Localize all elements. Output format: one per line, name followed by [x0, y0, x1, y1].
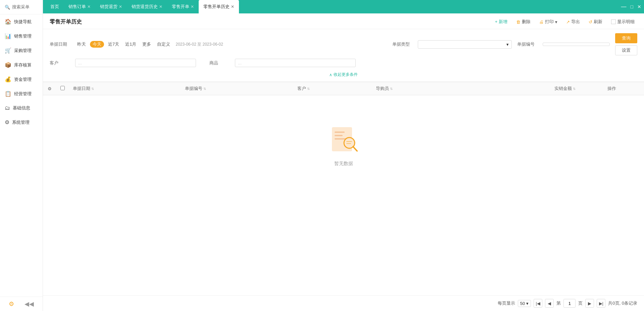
- sidebar: 🔍 搜索采单 🏠 快捷导航 📊 销售管理 🛒 采购管理 📦 库存核算 💰 资金管…: [0, 0, 43, 311]
- col-number-label: 单据编号: [185, 86, 202, 92]
- export-btn-label: 导出: [571, 19, 580, 25]
- date-opt-1month[interactable]: 近1月: [123, 41, 138, 48]
- date-opt-custom[interactable]: 自定义: [155, 41, 172, 48]
- select-all-checkbox[interactable]: [60, 86, 65, 90]
- sidebar-item-label: 资金管理: [14, 76, 32, 83]
- data-table: ⚙ 单据日期 ⇅ 单据编号: [43, 82, 644, 194]
- window-minimize-btn[interactable]: —: [621, 4, 627, 10]
- table-header-row: ⚙ 单据日期 ⇅ 单据编号: [43, 82, 644, 95]
- date-opt-today[interactable]: 今天: [90, 41, 104, 48]
- goods-input[interactable]: ...: [235, 59, 356, 67]
- delete-button[interactable]: 🗑 删除: [513, 17, 533, 26]
- display-detail-toggle[interactable]: 显示明细: [608, 17, 637, 26]
- doc-number-input[interactable]: [543, 43, 610, 46]
- sidebar-item-finance[interactable]: 💰 资金管理: [0, 72, 43, 87]
- table-area: ⚙ 单据日期 ⇅ 单据编号: [43, 82, 644, 295]
- date-opt-more[interactable]: 更多: [140, 41, 153, 48]
- sidebar-item-label: 销售管理: [14, 33, 32, 39]
- date-label: 单据日期: [50, 41, 70, 47]
- prev-page-btn[interactable]: ◀: [545, 299, 554, 308]
- sidebar-item-label: 快捷导航: [14, 19, 32, 25]
- next-page-btn[interactable]: ▶: [585, 299, 594, 308]
- tab-sales-return[interactable]: 销货退货 ✕: [95, 0, 127, 13]
- sidebar-collapse-btn[interactable]: ◀◀: [24, 300, 34, 308]
- sort-icon: ⇅: [390, 87, 393, 91]
- col-check[interactable]: [56, 82, 69, 95]
- page-title: 零售开单历史: [50, 18, 82, 25]
- tab-retail-open-close[interactable]: ✕: [191, 4, 194, 9]
- collapse-bar[interactable]: ∧ 收起更多条件: [50, 70, 637, 77]
- doc-type-dropdown-icon: ▾: [506, 42, 509, 47]
- sidebar-search-label: 搜索采单: [12, 4, 30, 10]
- window-maximize-btn[interactable]: □: [631, 4, 633, 9]
- date-opt-7days[interactable]: 近7天: [106, 41, 121, 48]
- sidebar-item-system-mgmt[interactable]: ⚙ 系统管理: [0, 115, 43, 129]
- sidebar-item-inventory[interactable]: 📦 库存核算: [0, 58, 43, 72]
- doc-type-select[interactable]: ▾: [418, 40, 512, 49]
- col-actions: 操作: [580, 82, 644, 95]
- collapse-label: 收起更多条件: [334, 72, 358, 77]
- refresh-button[interactable]: ↺ 刷新: [586, 17, 605, 26]
- col-customer[interactable]: 客户 ⇅: [293, 82, 372, 95]
- per-page-select[interactable]: 50 ▾: [518, 300, 531, 307]
- table-body: 暂无数据: [43, 95, 644, 194]
- sidebar-item-sales-mgmt[interactable]: 📊 销售管理: [0, 29, 43, 43]
- checkbox-icon: [611, 19, 616, 24]
- filter-row-2: 客户 ... 商品 ...: [50, 59, 637, 67]
- print-dropdown-icon: ▾: [555, 19, 557, 24]
- print-icon: 🖨: [539, 19, 544, 24]
- query-button[interactable]: 查询: [615, 33, 637, 43]
- print-button[interactable]: 🖨 打印 ▾: [537, 17, 560, 26]
- new-button[interactable]: + 新增: [492, 17, 510, 26]
- sidebar-item-operation[interactable]: 📋 经营管理: [0, 87, 43, 101]
- col-number[interactable]: 单据编号 ⇅: [181, 82, 293, 95]
- page-number-input[interactable]: [563, 299, 576, 308]
- sidebar-settings-btn[interactable]: ⚙: [9, 300, 14, 308]
- svg-line-5: [353, 147, 357, 151]
- col-actions-label: 操作: [607, 86, 616, 91]
- tab-sales-return-history[interactable]: 销货退货历史 ✕: [127, 0, 167, 13]
- tab-retail-open-history[interactable]: 零售开单历史 ✕: [199, 0, 239, 13]
- sidebar-item-basic-info[interactable]: 🗂 基础信息: [0, 101, 43, 115]
- sidebar-item-label: 经营管理: [14, 91, 32, 97]
- sidebar-item-quick-nav[interactable]: 🏠 快捷导航: [0, 14, 43, 29]
- page-header: 零售开单历史 + 新增 🗑 删除 🖨 打印 ▾ ↗ 导出: [43, 13, 644, 29]
- col-guide-label: 导购员: [376, 86, 389, 92]
- per-page-value: 50: [520, 301, 525, 306]
- date-opt-yesterday[interactable]: 昨天: [75, 41, 88, 48]
- settings-button[interactable]: 设置: [615, 45, 637, 55]
- empty-row: 暂无数据: [43, 95, 644, 194]
- content-area: 零售开单历史 + 新增 🗑 删除 🖨 打印 ▾ ↗ 导出: [43, 13, 644, 311]
- sort-icon: ⇅: [307, 87, 310, 91]
- tab-sales-return-history-close[interactable]: ✕: [159, 4, 162, 9]
- tab-bar-controls: — □ ✕: [621, 4, 641, 10]
- page-label-2: 页: [578, 300, 583, 306]
- last-page-btn[interactable]: ▶|: [597, 299, 605, 308]
- total-info: 共0页, 0条记录: [608, 300, 637, 306]
- col-amount[interactable]: 实销金额 ⇅: [467, 82, 579, 95]
- clipboard-icon: 📋: [5, 91, 11, 97]
- sidebar-search[interactable]: 🔍 搜索采单: [0, 0, 43, 14]
- filter-area: 单据日期 昨天 今天 近7天 近1月 更多 自定义 2023-06-02 至 2…: [43, 29, 644, 82]
- sidebar-item-purchase-mgmt[interactable]: 🛒 采购管理: [0, 43, 43, 58]
- tab-retail-open[interactable]: 零售开单 ✕: [167, 0, 199, 13]
- delete-btn-label: 删除: [522, 19, 531, 25]
- tab-sales-order[interactable]: 销售订单 ✕: [64, 0, 95, 13]
- col-guide[interactable]: 导购员 ⇅: [372, 82, 467, 95]
- export-button[interactable]: ↗ 导出: [563, 17, 583, 26]
- tab-sales-return-close[interactable]: ✕: [119, 4, 122, 9]
- col-date[interactable]: 单据日期 ⇅: [69, 82, 181, 95]
- customer-input[interactable]: ...: [75, 59, 196, 67]
- customer-dots: ...: [78, 60, 82, 65]
- tab-sales-return-history-label: 销货退货历史: [132, 4, 158, 10]
- tab-sales-order-close[interactable]: ✕: [87, 4, 91, 9]
- window-close-btn[interactable]: ✕: [637, 4, 641, 9]
- tab-home[interactable]: 首页: [46, 0, 64, 13]
- doc-type-label: 单据类型: [392, 41, 412, 47]
- col-amount-label: 实销金额: [554, 86, 572, 92]
- settings-icon: ⚙: [48, 86, 52, 91]
- tab-retail-open-history-close[interactable]: ✕: [231, 4, 234, 9]
- filter-row-1: 单据日期 昨天 今天 近7天 近1月 更多 自定义 2023-06-02 至 2…: [50, 33, 637, 55]
- first-page-btn[interactable]: |◀: [534, 299, 542, 308]
- col-settings[interactable]: ⚙: [43, 82, 56, 95]
